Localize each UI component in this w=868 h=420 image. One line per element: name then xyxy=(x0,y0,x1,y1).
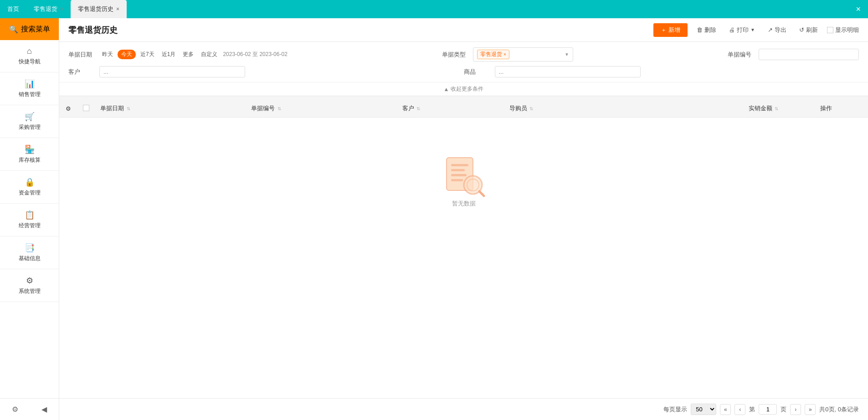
type-filter-tag: 零售退货 × xyxy=(477,50,509,59)
page-input[interactable] xyxy=(759,404,777,415)
sidebar-search-button[interactable]: 🔍 搜索菜单 xyxy=(0,18,59,40)
sidebar-settings-button[interactable]: ⚙ xyxy=(12,405,18,414)
collapse-label: 收起更多条件 xyxy=(451,85,483,93)
th-amount[interactable]: 实销金额 ⇅ xyxy=(633,100,784,118)
sort-icon-number: ⇅ xyxy=(277,106,281,111)
sort-icon-customer: ⇅ xyxy=(416,106,420,111)
pagination-bar: 每页显示 50 10 20 100 « ‹ 第 页 › » 共0页, 0条记录 xyxy=(59,398,868,420)
tab-close-retail-return[interactable]: × xyxy=(60,6,63,12)
sidebar-icon-system: ⚙ xyxy=(26,276,33,286)
sidebar-item-operations[interactable]: 📋经营管理 xyxy=(0,204,59,236)
data-table: ⚙ 单据日期 ⇅ 单据编号 ⇅ 客户 ⇅ 导购员 ⇅ 实销金额 ⇅ 操作 xyxy=(59,100,868,244)
empty-text: 暂无数据 xyxy=(452,200,476,208)
date-opt-last1m[interactable]: 近1月 xyxy=(159,50,179,59)
top-bar: 首页零售退货×零售退货历史× × xyxy=(0,0,868,18)
goods-filter-input[interactable] xyxy=(495,66,641,77)
print-icon: 🖨 xyxy=(729,26,735,33)
refresh-button[interactable]: ↺ 刷新 xyxy=(796,24,822,36)
sidebar-label-purchase-mgmt: 采购管理 xyxy=(19,123,41,131)
filter-row-2: 客户 商品 xyxy=(68,66,859,77)
date-opt-more[interactable]: 更多 xyxy=(180,50,196,59)
sidebar-item-basic-info[interactable]: 📑基础信息 xyxy=(0,236,59,269)
delete-button[interactable]: 🗑 删除 xyxy=(693,24,720,36)
tab-home[interactable]: 首页 xyxy=(0,0,26,18)
export-button[interactable]: ↗ 导出 xyxy=(764,24,790,36)
tab-retail-return-history[interactable]: 零售退货历史× xyxy=(71,0,127,18)
type-dropdown-arrow: ▼ xyxy=(565,52,569,57)
sidebar-item-sales-mgmt[interactable]: 📊销售管理 xyxy=(0,72,59,105)
content-area: 零售退货历史 ＋ 新增 🗑 删除 🖨 打印 ▼ ↗ 导出 ↺ xyxy=(59,18,868,420)
refresh-icon: ↺ xyxy=(799,26,804,33)
sidebar-item-purchase-mgmt[interactable]: 🛒采购管理 xyxy=(0,105,59,138)
date-opt-last7[interactable]: 近7天 xyxy=(138,50,157,59)
sidebar-icon-purchase-mgmt: 🛒 xyxy=(25,112,35,122)
sidebar-bottom: ⚙ ◀ xyxy=(0,398,59,420)
date-opt-yesterday[interactable]: 昨天 xyxy=(99,50,116,59)
th-settings[interactable]: ⚙ xyxy=(59,100,77,118)
type-filter-select[interactable]: 零售退货 × ▼ xyxy=(473,47,573,61)
th-checkbox[interactable] xyxy=(77,100,95,118)
th-number[interactable]: 单据编号 ⇅ xyxy=(246,100,396,118)
sidebar-label-inventory: 库存核算 xyxy=(19,156,41,164)
page-suffix: 页 xyxy=(781,405,786,414)
export-label: 导出 xyxy=(775,26,786,34)
sidebar-label-sales-mgmt: 销售管理 xyxy=(19,91,41,98)
sort-icon-amount: ⇅ xyxy=(775,106,778,111)
svg-rect-3 xyxy=(451,169,465,171)
tab-bar: 首页零售退货×零售退货历史× xyxy=(0,0,856,18)
th-date[interactable]: 单据日期 ⇅ xyxy=(95,100,246,118)
prev-page-button[interactable]: ‹ xyxy=(734,404,745,415)
type-filter-label: 单据类型 xyxy=(442,51,469,59)
type-filter-tag-close[interactable]: × xyxy=(503,52,506,57)
sidebar-label-finance: 资金管理 xyxy=(19,189,41,197)
add-button[interactable]: ＋ 新增 xyxy=(653,23,688,37)
sidebar-item-inventory[interactable]: 🏪库存核算 xyxy=(0,138,59,171)
th-guide[interactable]: 导购员 ⇅ xyxy=(504,100,633,118)
sidebar-icon-finance: 🔒 xyxy=(25,177,35,187)
next-page-button[interactable]: › xyxy=(790,404,801,415)
customer-filter-label: 客户 xyxy=(68,68,96,76)
header-checkbox[interactable] xyxy=(83,105,89,111)
sidebar-icon-inventory: 🏪 xyxy=(25,144,35,154)
sidebar-label-quick-nav: 快捷导航 xyxy=(19,58,41,66)
date-options: 昨天今天近7天近1月更多自定义 xyxy=(99,50,220,59)
date-opt-custom[interactable]: 自定义 xyxy=(198,50,220,59)
table-header: ⚙ 单据日期 ⇅ 单据编号 ⇅ 客户 ⇅ 导购员 ⇅ 实销金额 ⇅ 操作 xyxy=(59,100,868,118)
type-filter-tag-text: 零售退货 xyxy=(480,51,502,58)
tab-close-retail-return-history[interactable]: × xyxy=(116,6,119,12)
number-filter-label: 单据编号 xyxy=(728,51,755,59)
print-button[interactable]: 🖨 打印 ▼ xyxy=(725,24,759,36)
page-header: 零售退货历史 ＋ 新增 🗑 删除 🖨 打印 ▼ ↗ 导出 ↺ xyxy=(59,18,868,42)
per-page-label: 每页显示 xyxy=(663,405,687,414)
window-close-button[interactable]: × xyxy=(856,5,861,14)
main-layout: 🔍 搜索菜单 ⌂快捷导航📊销售管理🛒采购管理🏪库存核算🔒资金管理📋经营管理📑基础… xyxy=(0,18,868,420)
date-opt-today[interactable]: 今天 xyxy=(118,50,136,59)
svg-rect-2 xyxy=(451,164,468,166)
delete-icon: 🗑 xyxy=(697,26,703,33)
display-toggle-label: 显示明细 xyxy=(835,26,859,34)
page-title: 零售退货历史 xyxy=(68,25,653,36)
sidebar-collapse-button[interactable]: ◀ xyxy=(41,405,47,414)
filter-area: 单据日期 昨天今天近7天近1月更多自定义 2023-06-02 至 2023-0… xyxy=(59,42,868,96)
sidebar-label-system: 系统管理 xyxy=(19,287,41,295)
collapse-bar[interactable]: ▲ 收起更多条件 xyxy=(59,82,868,96)
sidebar-icon-quick-nav: ⌂ xyxy=(27,46,32,56)
first-page-button[interactable]: « xyxy=(720,404,731,415)
tab-retail-return[interactable]: 零售退货× xyxy=(26,0,71,18)
display-checkbox[interactable] xyxy=(827,27,833,33)
last-page-button[interactable]: » xyxy=(805,404,816,415)
number-filter-input[interactable] xyxy=(759,49,859,60)
display-toggle[interactable]: 显示明细 xyxy=(827,26,859,34)
print-dropdown-icon: ▼ xyxy=(750,27,755,32)
sidebar-item-system[interactable]: ⚙系统管理 xyxy=(0,269,59,302)
sidebar-item-quick-nav[interactable]: ⌂快捷导航 xyxy=(0,40,59,72)
sidebar: 🔍 搜索菜单 ⌂快捷导航📊销售管理🛒采购管理🏪库存核算🔒资金管理📋经营管理📑基础… xyxy=(0,18,59,420)
customer-filter-input[interactable] xyxy=(99,66,245,77)
page-label: 第 xyxy=(749,405,755,414)
sidebar-item-finance[interactable]: 🔒资金管理 xyxy=(0,171,59,204)
th-customer[interactable]: 客户 ⇅ xyxy=(397,100,504,118)
sidebar-menu: ⌂快捷导航📊销售管理🛒采购管理🏪库存核算🔒资金管理📋经营管理📑基础信息⚙系统管理 xyxy=(0,40,59,398)
svg-rect-5 xyxy=(451,179,463,181)
per-page-select[interactable]: 50 10 20 100 xyxy=(691,404,716,415)
svg-line-7 xyxy=(479,191,484,196)
